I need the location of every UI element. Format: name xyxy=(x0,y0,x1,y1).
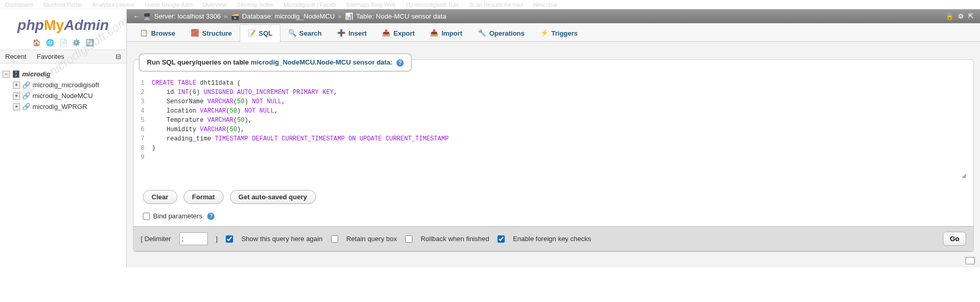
bookmark-item[interactable]: New chat xyxy=(534,2,557,8)
breadcrumb-server[interactable]: Server: localhost 3306 xyxy=(154,12,221,20)
query-header-link[interactable]: microdig_NodeMCU.Node-MCU sensor data: xyxy=(251,58,392,66)
tree-db-label[interactable]: microdig_NodeMCU xyxy=(32,92,93,100)
main: ← 🖥️ Server: localhost 3306 » 🗃️ Databas… xyxy=(126,9,980,267)
bookmark-item[interactable]: Analytics | Home xyxy=(92,2,134,8)
fk-label[interactable]: Enable foreign key checks xyxy=(513,235,591,243)
fk-checkbox[interactable] xyxy=(497,235,505,243)
sql-code[interactable]: CREATE TABLE dht11data ( id INT(6) UNSIG… xyxy=(147,77,969,181)
nav-back-icon[interactable]: ← xyxy=(133,12,140,20)
tab-structure[interactable]: 🧱Structure xyxy=(183,24,240,41)
server-icon: 🖥️ xyxy=(143,12,151,20)
tree-db-label[interactable]: microdig_microdigisoft xyxy=(32,81,99,89)
tab-label: Operations xyxy=(489,29,525,37)
tree-db-item[interactable]: + 🔗 microdig_microdigisoft xyxy=(3,80,124,90)
sidebar-toolbar: 🏠 🌐 📄 ⚙️ 🔄 xyxy=(0,36,126,50)
sidebar-tabs: Recent Favorites ⊟ xyxy=(0,50,126,63)
tab-favorites[interactable]: Favorites xyxy=(31,50,69,63)
line-gutter: 123456789 xyxy=(138,77,147,181)
tab-triggers[interactable]: ⚡Triggers xyxy=(533,24,586,41)
retain-checkbox[interactable] xyxy=(331,235,338,243)
breadcrumb-database[interactable]: Database: microdig_NodeMCU xyxy=(242,12,335,20)
rollback-label[interactable]: Rollback when finished xyxy=(421,235,489,243)
sql-editor[interactable]: 123456789 CREATE TABLE dht11data ( id IN… xyxy=(138,77,969,181)
logout-icon[interactable]: 🌐 xyxy=(46,39,54,47)
gear-icon[interactable]: ⚙ xyxy=(958,12,964,20)
tree-root[interactable]: − 🗄️ microdig xyxy=(3,69,124,80)
go-button[interactable]: Go xyxy=(943,232,966,246)
logo-admin: Admin xyxy=(64,17,109,33)
tab-label: Import xyxy=(441,29,462,37)
structure-icon: 🧱 xyxy=(191,29,199,37)
sql-icon: 📝 xyxy=(247,29,256,38)
tab-recent[interactable]: Recent xyxy=(0,50,31,63)
expand-toggle[interactable]: + xyxy=(13,103,20,110)
breadcrumb-sep: » xyxy=(338,12,342,20)
operations-icon: 🔧 xyxy=(478,29,486,37)
delimiter-close: ] xyxy=(216,235,218,243)
sidebar: https://microdigisoft.com phpMyAdmin 🏠 🌐… xyxy=(0,9,126,267)
tab-search[interactable]: 🔍Search xyxy=(280,24,329,41)
tabs: 📋Browse 🧱Structure 📝SQL 🔍Search ➕Insert … xyxy=(127,23,980,42)
resize-handle-icon[interactable]: ◢ xyxy=(962,171,966,180)
link-icon: 🔗 xyxy=(22,103,30,110)
clear-button[interactable]: Clear xyxy=(143,190,177,204)
bookmark-item[interactable]: Microdigisoft | Faceb xyxy=(284,2,336,8)
collapse-icon[interactable]: ⊟ xyxy=(110,50,126,63)
bind-parameters-checkbox[interactable] xyxy=(143,213,150,220)
table-icon: 📊 xyxy=(345,12,353,20)
bookmark-item[interactable]: (1) microdigisoft Tuto xyxy=(406,2,459,8)
rollback-checkbox[interactable] xyxy=(405,235,412,243)
tab-sql[interactable]: 📝SQL xyxy=(240,24,280,42)
bookmark-item[interactable]: Home Google Adm xyxy=(145,2,193,8)
bind-parameters-row: Bind parameters ? xyxy=(134,209,973,226)
database-icon: 🗃️ xyxy=(231,12,239,20)
tree-root-label[interactable]: microdig xyxy=(22,70,51,78)
bookmark-item[interactable]: Sitemaps Bing Web xyxy=(346,2,395,8)
tree-db-item[interactable]: + 🔗 microdig_NodeMCU xyxy=(3,90,124,101)
tab-label: Structure xyxy=(202,29,232,37)
home-icon[interactable]: 🏠 xyxy=(32,39,41,47)
logo[interactable]: phpMyAdmin xyxy=(0,14,126,36)
reload-icon[interactable]: 🔄 xyxy=(86,39,94,47)
tab-label: Search xyxy=(300,29,322,37)
expand-toggle[interactable]: + xyxy=(13,82,20,89)
editor-buttons: Clear Format Get auto-saved query xyxy=(134,185,973,209)
bookmark-item[interactable]: Overview xyxy=(203,2,227,8)
breadcrumb-table[interactable]: Table: Node-MCU sensor data xyxy=(356,12,446,20)
tab-browse[interactable]: 📋Browse xyxy=(132,24,183,41)
import-icon: 📥 xyxy=(430,29,438,37)
db-tree: − 🗄️ microdig + 🔗 microdig_microdigisoft… xyxy=(0,63,126,117)
bookmark-item[interactable]: Sitemap Index xyxy=(237,2,273,8)
format-button[interactable]: Format xyxy=(184,190,224,204)
lock-icon[interactable]: 🔒 xyxy=(945,12,954,20)
tab-import[interactable]: 📥Import xyxy=(422,24,470,41)
bookmark-item[interactable]: Scan Results for micr xyxy=(469,2,523,8)
browser-bookmarks: Dashboard Bluehost Portal Analytics | Ho… xyxy=(0,0,980,9)
get-autosaved-button[interactable]: Get auto-saved query xyxy=(230,190,316,204)
console-toggle-icon[interactable] xyxy=(966,257,975,264)
tree-db-label[interactable]: microdig_WPRGR xyxy=(32,103,87,110)
show-again-checkbox[interactable] xyxy=(226,235,233,243)
bookmark-item[interactable]: Bluehost Portal xyxy=(43,2,82,8)
tab-label: SQL xyxy=(259,29,273,37)
tree-db-item[interactable]: + 🔗 microdig_WPRGR xyxy=(3,101,124,112)
help-icon[interactable]: ? xyxy=(396,59,404,67)
help-icon[interactable]: ? xyxy=(207,213,214,220)
browse-icon: 📋 xyxy=(140,29,148,37)
retain-label[interactable]: Retain query box xyxy=(346,235,397,243)
tab-insert[interactable]: ➕Insert xyxy=(329,24,374,41)
tab-label: Triggers xyxy=(552,29,578,37)
docs-icon[interactable]: 📄 xyxy=(59,39,68,47)
exit-icon[interactable]: ⇱ xyxy=(968,12,974,20)
expand-toggle[interactable]: + xyxy=(13,92,20,100)
settings-icon[interactable]: ⚙️ xyxy=(72,39,80,47)
bind-parameters-label[interactable]: Bind parameters xyxy=(153,212,202,220)
tab-operations[interactable]: 🔧Operations xyxy=(470,24,533,41)
bookmark-item[interactable]: Dashboard xyxy=(5,2,33,8)
delimiter-input[interactable] xyxy=(179,232,208,245)
search-icon: 🔍 xyxy=(288,29,296,37)
breadcrumb: ← 🖥️ Server: localhost 3306 » 🗃️ Databas… xyxy=(127,9,980,23)
show-again-label[interactable]: Show this query here again xyxy=(241,235,323,243)
tab-export[interactable]: 📤Export xyxy=(374,24,422,41)
collapse-toggle[interactable]: − xyxy=(3,71,10,78)
